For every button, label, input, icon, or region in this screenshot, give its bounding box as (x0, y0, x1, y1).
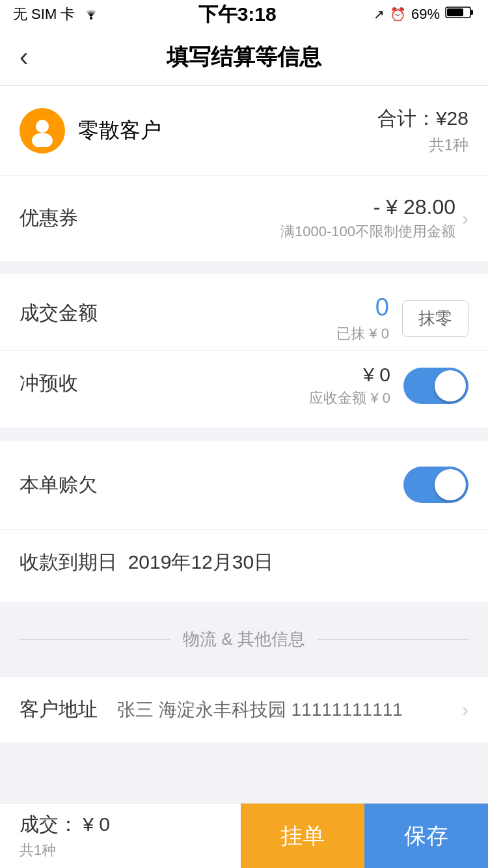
debit-section: 本单赊欠 收款到期日 2019年12月30日 (0, 441, 488, 602)
bottom-count: 共1种 (20, 841, 221, 860)
logistics-divider: 物流 & 其他信息 (0, 628, 488, 651)
bottom-deal-label: 成交： ¥ 0 (20, 811, 221, 838)
logistics-section: 物流 & 其他信息 (0, 615, 488, 664)
deal-amount-row: 成交金额 0 已抹 ¥ 0 抹零 (0, 274, 488, 350)
deal-amount-value-col: 0 已抹 ¥ 0 (336, 293, 389, 344)
address-label: 客户地址 (20, 696, 98, 723)
prepay-amount: ¥ 0 (309, 364, 390, 386)
logistics-label: 物流 & 其他信息 (183, 628, 305, 651)
divider-left (20, 639, 170, 640)
address-row[interactable]: 客户地址 张三 海淀永丰科技园 11111111111 › (0, 677, 488, 742)
status-time: 下午3:18 (198, 1, 277, 28)
no-sim-label: 无 SIM 卡 (13, 5, 75, 24)
bottom-deal-text: 成交： (20, 813, 78, 835)
deal-amount-label: 成交金额 (20, 293, 98, 327)
coupon-right: - ¥ 28.00 满1000-100不限制使用金额 › (280, 195, 468, 241)
back-button[interactable]: ‹ (20, 42, 28, 72)
status-bar: 无 SIM 卡 下午3:18 ↗ ⏰ 69% (0, 0, 488, 29)
svg-rect-3 (447, 8, 463, 16)
chevron-right-icon: › (462, 208, 468, 230)
avatar (20, 108, 65, 154)
battery-label: 69% (411, 6, 440, 23)
hold-button[interactable]: 挂单 (241, 804, 364, 868)
save-button[interactable]: 保存 (364, 804, 488, 868)
bottom-deal-amount: ¥ 0 (83, 813, 110, 835)
debit-toggle[interactable] (403, 467, 468, 503)
bottom-bar: 成交： ¥ 0 共1种 挂单 保存 (0, 803, 488, 868)
prepay-right: ¥ 0 应收金额 ¥ 0 (309, 364, 468, 408)
address-value: 张三 海淀永丰科技园 11111111111 (117, 698, 455, 722)
coupon-discount: - ¥ 28.00 (280, 195, 455, 219)
coupon-row[interactable]: 优惠券 - ¥ 28.00 满1000-100不限制使用金额 › (0, 175, 488, 261)
alarm-icon: ⏰ (390, 7, 406, 22)
status-right: ↗ ⏰ 69% (373, 5, 475, 23)
deal-amount-section: 成交金额 0 已抹 ¥ 0 抹零 冲预收 ¥ 0 应收金额 ¥ 0 (0, 274, 488, 427)
prepay-receivable: 应收金额 ¥ 0 (309, 388, 390, 408)
page-title: 填写结算等信息 (167, 42, 321, 72)
coupon-value: - ¥ 28.00 满1000-100不限制使用金额 (280, 195, 455, 241)
total-count: 共1种 (377, 135, 468, 156)
prepay-row: 冲预收 ¥ 0 应收金额 ¥ 0 (0, 350, 488, 427)
customer-section: 零散客户 合计：¥28 共1种 优惠券 - ¥ 28.00 满1000-100不… (0, 86, 488, 261)
deal-amount-value[interactable]: 0 (336, 293, 389, 321)
prepay-value-col: ¥ 0 应收金额 ¥ 0 (309, 364, 390, 408)
debit-row: 本单赊欠 (0, 441, 488, 529)
svg-point-4 (36, 120, 49, 133)
status-left: 无 SIM 卡 (13, 5, 101, 24)
total-amount: 合计：¥28 (377, 105, 468, 132)
coupon-description: 满1000-100不限制使用金额 (280, 222, 455, 241)
due-date-row: 收款到期日 2019年12月30日 (0, 529, 488, 602)
svg-point-5 (32, 133, 53, 147)
svg-point-0 (90, 17, 92, 20)
location-icon: ↗ (373, 7, 385, 22)
deal-already-label: 已抹 ¥ 0 (336, 324, 389, 344)
svg-rect-2 (470, 10, 473, 15)
debit-label: 本单赊欠 (20, 472, 98, 498)
customer-info: 零散客户 (20, 108, 161, 154)
customer-total: 合计：¥28 共1种 (377, 105, 468, 156)
prepay-toggle[interactable] (403, 368, 468, 404)
bottom-summary: 成交： ¥ 0 共1种 (0, 804, 241, 868)
customer-name: 零散客户 (78, 116, 161, 145)
battery-icon (445, 5, 475, 23)
deal-amount-right: 0 已抹 ¥ 0 抹零 (336, 293, 468, 344)
divider-right (318, 639, 468, 640)
coupon-label: 优惠券 (20, 205, 78, 232)
customer-row: 零散客户 合计：¥28 共1种 (0, 86, 488, 175)
prepay-label: 冲预收 (20, 364, 78, 397)
nav-bar: ‹ 填写结算等信息 (0, 29, 488, 86)
address-chevron-icon: › (462, 699, 468, 721)
due-date-label: 收款到期日 2019年12月30日 (20, 551, 273, 573)
wifi-icon (81, 5, 101, 23)
round-button[interactable]: 抹零 (402, 300, 468, 337)
